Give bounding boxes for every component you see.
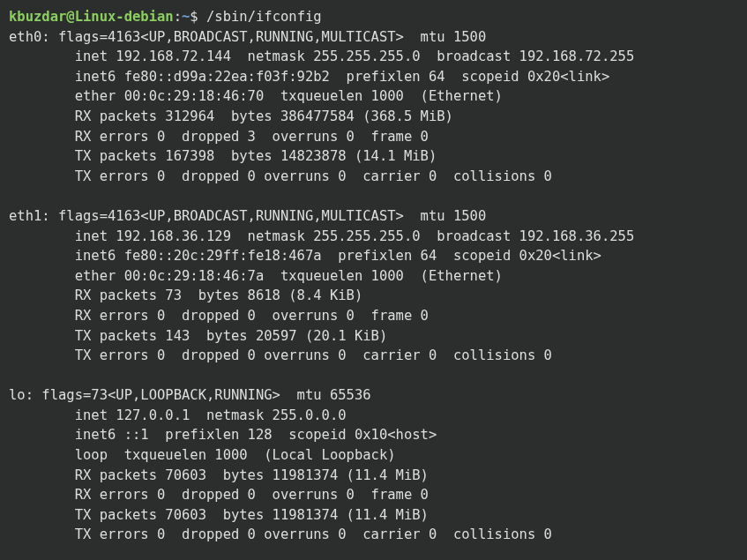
iface-rx-errors: RX errors 0 dropped 3 overruns 0 frame 0 <box>75 129 429 145</box>
iface-inet6: inet6 ::1 prefixlen 128 scopeid 0x10<hos… <box>75 427 437 443</box>
terminal-output[interactable]: kbuzdar@Linux-debian:~$ /sbin/ifconfig e… <box>0 0 747 552</box>
iface-rx-packets: RX packets 312964 bytes 386477584 (368.5… <box>75 108 453 124</box>
iface-block-lo: lo: flags=73<UP,LOOPBACK,RUNNING> mtu 65… <box>9 387 552 542</box>
iface-rx-errors: RX errors 0 dropped 0 overruns 0 frame 0 <box>75 308 429 324</box>
iface-header: lo: flags=73<UP,LOOPBACK,RUNNING> mtu 65… <box>9 387 371 403</box>
prompt-path: ~ <box>182 9 190 25</box>
prompt-user: kbuzdar <box>9 9 66 25</box>
prompt-line: kbuzdar@Linux-debian:~$ /sbin/ifconfig <box>9 9 322 25</box>
iface-link: loop txqueuelen 1000 (Local Loopback) <box>75 447 396 463</box>
iface-inet: inet 192.168.36.129 netmask 255.255.255.… <box>75 228 635 244</box>
iface-link: ether 00:0c:29:18:46:7a txqueuelen 1000 … <box>75 268 503 284</box>
iface-header: eth1: flags=4163<UP,BROADCAST,RUNNING,MU… <box>9 208 486 224</box>
iface-inet6: inet6 fe80::d99a:22ea:f03f:92b2 prefixle… <box>75 69 610 85</box>
iface-link: ether 00:0c:29:18:46:70 txqueuelen 1000 … <box>75 88 503 104</box>
prompt-host: Linux-debian <box>75 9 174 25</box>
iface-tx-packets: TX packets 167398 bytes 14823878 (14.1 M… <box>75 148 437 164</box>
iface-tx-errors: TX errors 0 dropped 0 overruns 0 carrier… <box>75 168 552 184</box>
iface-inet: inet 127.0.0.1 netmask 255.0.0.0 <box>75 407 347 423</box>
iface-block-eth0: eth0: flags=4163<UP,BROADCAST,RUNNING,MU… <box>9 29 634 184</box>
command-text: /sbin/ifconfig <box>206 9 322 25</box>
iface-tx-errors: TX errors 0 dropped 0 overruns 0 carrier… <box>75 526 552 542</box>
iface-rx-packets: RX packets 70603 bytes 11981374 (11.4 Mi… <box>75 467 429 483</box>
iface-rx-errors: RX errors 0 dropped 0 overruns 0 frame 0 <box>75 487 429 503</box>
iface-inet: inet 192.168.72.144 netmask 255.255.255.… <box>75 49 635 64</box>
iface-tx-packets: TX packets 143 bytes 20597 (20.1 KiB) <box>75 328 388 344</box>
iface-rx-packets: RX packets 73 bytes 8618 (8.4 KiB) <box>75 287 363 303</box>
iface-block-eth1: eth1: flags=4163<UP,BROADCAST,RUNNING,MU… <box>9 208 634 363</box>
iface-header: eth0: flags=4163<UP,BROADCAST,RUNNING,MU… <box>9 29 486 45</box>
iface-inet6: inet6 fe80::20c:29ff:fe18:467a prefixlen… <box>75 248 601 264</box>
iface-tx-packets: TX packets 70603 bytes 11981374 (11.4 Mi… <box>75 507 429 523</box>
iface-tx-errors: TX errors 0 dropped 0 overruns 0 carrier… <box>75 347 552 363</box>
